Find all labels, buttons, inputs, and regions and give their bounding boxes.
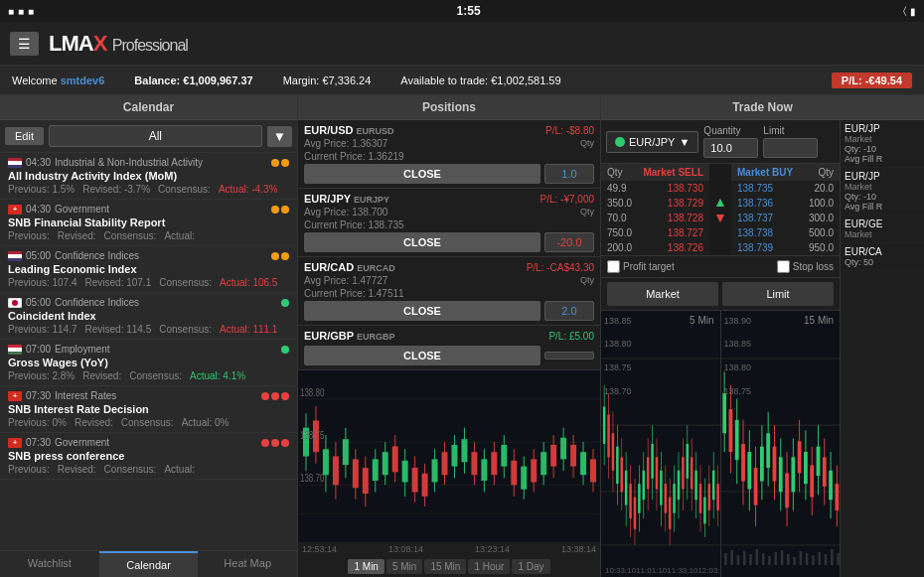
dot xyxy=(261,392,269,400)
svg-rect-167 xyxy=(724,553,727,565)
qty-input-eurcad[interactable]: 2.0 xyxy=(544,301,594,321)
svg-rect-35 xyxy=(451,445,457,467)
dot xyxy=(271,439,279,447)
limit-input[interactable] xyxy=(763,138,818,158)
status-bar: ■ ■ ■ 1:55 〈 ▮ xyxy=(0,0,924,22)
filter-dropdown[interactable]: ▼ xyxy=(267,126,292,147)
close-eurjpy-button[interactable]: CLOSE xyxy=(304,232,540,252)
price-label-mid2: 138.85 xyxy=(724,339,752,349)
svg-rect-112 xyxy=(691,457,693,489)
svg-rect-185 xyxy=(837,553,840,565)
sell-header: Qty Market SELL xyxy=(601,164,709,181)
flag-icon-ch: + xyxy=(8,391,22,401)
ob-buy-row: 138.73520.0 xyxy=(731,181,840,196)
sell-qty-header: Qty xyxy=(607,167,623,178)
stop-loss-check[interactable]: Stop loss xyxy=(777,260,834,273)
dot xyxy=(281,392,289,400)
svg-rect-130 xyxy=(722,393,726,433)
pos-pnl: P/L: -CA$43.30 xyxy=(527,262,594,273)
svg-rect-96 xyxy=(656,457,659,489)
filter-select[interactable]: All xyxy=(49,125,262,147)
edit-button[interactable]: Edit xyxy=(5,127,44,145)
svg-rect-59 xyxy=(570,445,576,467)
tf-1hour[interactable]: 1 Hour xyxy=(468,559,510,574)
svg-rect-45 xyxy=(501,445,507,467)
arrow-up-icon: ▲ xyxy=(713,194,727,210)
close-eurcad-button[interactable]: CLOSE xyxy=(304,301,540,321)
position-eurusd: EUR/USD EURUSD P/L: -$8.80 Avg Price: 1.… xyxy=(298,120,600,189)
svg-rect-180 xyxy=(805,553,808,565)
svg-text:138.70: 138.70 xyxy=(300,472,325,485)
tf-1day[interactable]: 1 Day xyxy=(512,559,549,574)
tf-5min[interactable]: 5 Min xyxy=(386,559,422,574)
svg-rect-76 xyxy=(612,433,615,471)
limit-label: Limit xyxy=(763,125,818,136)
position-eurcad: EUR/CAD EURCAD P/L: -CA$43.30 Avg Price:… xyxy=(298,257,600,326)
15min-chart-svg xyxy=(721,319,841,577)
svg-rect-82 xyxy=(625,471,628,505)
svg-rect-33 xyxy=(442,452,448,475)
tf-1min[interactable]: 1 Min xyxy=(348,559,384,574)
svg-rect-49 xyxy=(521,467,527,490)
tab-heatmap[interactable]: Heat Map xyxy=(198,551,297,577)
ob-buy-row: 138.737300.0 xyxy=(731,211,840,225)
position-top: EUR/GBP EURGBP P/L: £5.00 xyxy=(304,330,594,342)
tab-watchlist[interactable]: Watchlist xyxy=(0,551,99,577)
flag-icon-ch: + xyxy=(8,438,22,448)
pos-pnl: P/L: -$8.80 xyxy=(545,125,594,136)
svg-rect-154 xyxy=(797,441,801,473)
tf-15min[interactable]: 15 Min xyxy=(424,559,466,574)
svg-rect-160 xyxy=(816,447,820,476)
svg-rect-158 xyxy=(810,465,814,497)
instrument-name: EUR/JPY xyxy=(629,136,675,148)
trade-content: EUR/JPY ▼ Quantity Limit xyxy=(601,120,924,577)
ob-buy-row: 138.736100.0 xyxy=(731,196,840,211)
svg-rect-11 xyxy=(333,457,339,486)
ob-sell-row: 70.0138.728 xyxy=(601,211,709,225)
ob-buy-row: 138.739950.0 xyxy=(731,240,840,255)
tab-calendar[interactable]: Calendar xyxy=(99,551,199,577)
position-mid: Avg Price: 138.700 Qty xyxy=(304,207,594,217)
event-name: Leading Economic Index xyxy=(8,263,289,275)
svg-rect-176 xyxy=(780,550,783,565)
limit-button[interactable]: Limit xyxy=(722,282,834,306)
mini-candlestick-chart: 138.80 138.75 138.70 xyxy=(298,370,600,542)
qty-input-eurgbp[interactable] xyxy=(544,352,594,360)
balance-display: Balance: €1,009,967.37 xyxy=(134,74,252,86)
svg-rect-94 xyxy=(651,444,654,479)
svg-rect-84 xyxy=(629,484,632,518)
calendar-item: 05:00 Confidence Indices Leading Economi… xyxy=(0,246,297,293)
svg-rect-57 xyxy=(560,438,566,460)
svg-rect-177 xyxy=(787,554,790,565)
profit-target-check[interactable]: Profit target xyxy=(607,260,675,273)
menu-button[interactable]: ☰ xyxy=(10,32,39,56)
event-name: Coincident Index xyxy=(8,310,289,322)
flag-icon-hu xyxy=(8,345,22,355)
market-button[interactable]: Market xyxy=(607,282,718,306)
mini-chart-area: 138.80 138.75 138.70 xyxy=(298,370,600,542)
close-eurgbp-button[interactable]: CLOSE xyxy=(304,346,540,365)
calendar-item-title: 05:00 Confidence Indices xyxy=(8,250,289,261)
svg-rect-51 xyxy=(531,459,537,482)
limit-container: Limit xyxy=(763,125,818,158)
svg-rect-37 xyxy=(461,439,467,462)
close-eurusd-button[interactable]: CLOSE xyxy=(304,164,540,184)
svg-rect-13 xyxy=(343,439,349,465)
importance-dots xyxy=(281,299,289,307)
positions-panel: Positions EUR/USD EURUSD P/L: -$8.80 Avg… xyxy=(298,95,601,577)
5min-time-labels: 10:33:10 11:01:10 11:33:10 12:03:10 12:3… xyxy=(605,566,716,575)
app-logo: LMAX Professional xyxy=(49,31,188,57)
price-label-low: 138.75 xyxy=(604,362,632,372)
instrument-select[interactable]: EUR/JPY ▼ xyxy=(606,131,698,153)
svg-rect-108 xyxy=(682,457,685,489)
qty-input[interactable] xyxy=(703,138,758,158)
profit-target-checkbox[interactable] xyxy=(607,260,620,273)
qty-input-eurusd[interactable]: 1.0 xyxy=(544,164,594,184)
qty-input-eurjpy[interactable]: -20.0 xyxy=(544,232,594,252)
svg-rect-53 xyxy=(540,452,546,475)
status-icons: ■ ■ ■ xyxy=(8,6,34,17)
logo-sub: Professional xyxy=(108,37,188,54)
stop-loss-checkbox[interactable] xyxy=(777,260,790,273)
svg-rect-122 xyxy=(712,471,715,500)
5min-label: 5 Min xyxy=(690,315,713,326)
